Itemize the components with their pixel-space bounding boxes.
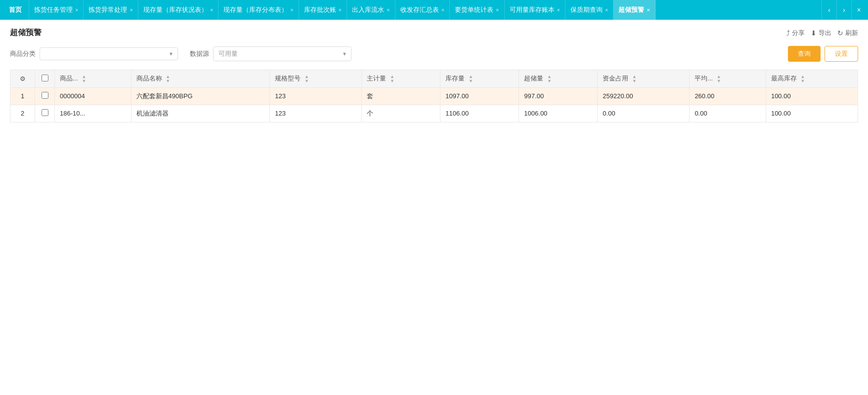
share-button[interactable]: ⤴ 分享 — [786, 29, 805, 38]
datasource-select-value: 可用量 — [218, 49, 238, 58]
table-row: 2 186-10... 机油滤清器 123 个 1106.00 1006.00 … — [10, 105, 858, 122]
page-title: 超储预警 — [10, 28, 42, 38]
nav-arrow-left[interactable]: ‹ — [822, 0, 836, 20]
table-header-row: ⚙ 商品... ▲▼ 商品名称 ▲▼ 规格型号 ▲▼ 主计 — [10, 70, 858, 88]
row-unit: 个 — [362, 105, 440, 122]
col-gear[interactable]: ⚙ — [10, 70, 35, 88]
tab-收发存汇总表[interactable]: 收发存汇总表 × — [395, 0, 450, 20]
table-row: 1 0000004 六配套新昌490BPG 123 套 1097.00 997.… — [10, 87, 858, 105]
filter-row: 商品分类 ▾ 数据源 可用量 ▾ 查询 设置 — [10, 46, 858, 62]
category-filter: 商品分类 ▾ — [10, 47, 178, 60]
row-checkbox[interactable] — [42, 109, 48, 116]
top-navigation: 首页 拣货任务管理 × 拣货异常处理 × 现存量（库存状况表） × 现存量（库存… — [0, 0, 868, 20]
sort-icon: ▲▼ — [82, 75, 86, 83]
col-header-unit[interactable]: 主计量 ▲▼ — [362, 70, 440, 88]
tab-close-icon[interactable]: × — [75, 7, 78, 13]
export-button[interactable]: ⬇ 导出 — [811, 29, 831, 38]
col-header-overflow[interactable]: 超储量 ▲▼ — [519, 70, 598, 88]
tab-拣货异常处理[interactable]: 拣货异常处理 × — [84, 0, 138, 20]
nav-arrows: ‹ › × — [822, 0, 866, 20]
filter-actions: 查询 设置 — [788, 46, 858, 62]
tab-出入库流水[interactable]: 出入库流水 × — [347, 0, 395, 20]
col-header-spec[interactable]: 规格型号 ▲▼ — [270, 70, 362, 88]
row-overflow: 997.00 — [519, 87, 598, 105]
row-capital: 259220.00 — [598, 87, 690, 105]
sort-icon: ▲▼ — [166, 75, 170, 83]
tab-close-icon[interactable]: × — [557, 7, 560, 13]
row-seq: 1 — [10, 87, 35, 105]
row-checkbox-cell[interactable] — [35, 105, 55, 122]
tab-可用量库存账本[interactable]: 可用量库存账本 × — [505, 0, 565, 20]
export-icon: ⬇ — [811, 29, 817, 37]
row-max: 100.00 — [766, 87, 858, 105]
sort-icon: ▲▼ — [469, 75, 473, 83]
row-avg: 0.00 — [690, 105, 766, 122]
tab-超储预警[interactable]: 超储预警 × — [613, 0, 655, 20]
query-button[interactable]: 查询 — [788, 46, 821, 62]
row-capital: 0.00 — [598, 105, 690, 122]
main-content: 超储预警 ⤴ 分享 ⬇ 导出 ↻ 刷新 商品分类 ▾ 数据源 — [0, 20, 868, 395]
settings-button[interactable]: 设置 — [825, 46, 858, 62]
col-header-max[interactable]: 最高库存 ▲▼ — [766, 70, 858, 88]
page-header: 超储预警 ⤴ 分享 ⬇ 导出 ↻ 刷新 — [10, 28, 858, 38]
gear-icon: ⚙ — [20, 75, 26, 82]
tab-close-icon[interactable]: × — [441, 7, 444, 13]
nav-arrow-close[interactable]: × — [851, 0, 866, 20]
row-overflow: 1006.00 — [519, 105, 598, 122]
tab-拣货任务管理[interactable]: 拣货任务管理 × — [29, 0, 84, 20]
tab-保质期查询[interactable]: 保质期查询 × — [565, 0, 613, 20]
category-label: 商品分类 — [10, 49, 36, 58]
row-spec: 123 — [270, 87, 362, 105]
refresh-icon: ↻ — [837, 29, 843, 37]
tab-close-icon[interactable]: × — [290, 7, 293, 13]
row-name: 六配套新昌490BPG — [131, 87, 270, 105]
sort-icon: ▲▼ — [547, 75, 552, 83]
col-select-all[interactable] — [35, 70, 55, 88]
refresh-button[interactable]: ↻ 刷新 — [837, 29, 858, 38]
sort-icon: ▲▼ — [304, 75, 309, 83]
col-header-code[interactable]: 商品... ▲▼ — [55, 70, 131, 88]
row-seq: 2 — [10, 105, 35, 122]
tab-close-icon[interactable]: × — [647, 7, 650, 13]
row-avg: 260.00 — [690, 87, 766, 105]
tab-现存量库存状况表[interactable]: 现存量（库存状况表） × — [138, 0, 218, 20]
nav-home[interactable]: 首页 — [2, 0, 29, 20]
datasource-label: 数据源 — [190, 49, 209, 58]
datasource-select[interactable]: 可用量 ▾ — [213, 46, 351, 61]
tab-close-icon[interactable]: × — [387, 7, 390, 13]
share-icon: ⤴ — [786, 29, 790, 37]
nav-arrow-right[interactable]: › — [836, 0, 851, 20]
row-name: 机油滤清器 — [131, 105, 270, 122]
category-dropdown-icon: ▾ — [170, 50, 173, 57]
datasource-dropdown-icon: ▾ — [343, 50, 346, 57]
row-checkbox[interactable] — [42, 92, 48, 99]
col-header-stock[interactable]: 库存量 ▲▼ — [440, 70, 519, 88]
datasource-filter: 数据源 可用量 ▾ — [190, 46, 351, 61]
tab-close-icon[interactable]: × — [339, 7, 342, 13]
tab-要货单统计表[interactable]: 要货单统计表 × — [450, 0, 504, 20]
tab-close-icon[interactable]: × — [210, 7, 213, 13]
row-max: 100.00 — [766, 105, 858, 122]
row-unit: 套 — [362, 87, 440, 105]
tab-库存批次账[interactable]: 库存批次账 × — [299, 0, 347, 20]
sort-icon: ▲▼ — [801, 75, 805, 83]
row-spec: 123 — [270, 105, 362, 122]
header-actions: ⤴ 分享 ⬇ 导出 ↻ 刷新 — [786, 29, 858, 38]
tab-close-icon[interactable]: × — [605, 7, 608, 13]
data-table: ⚙ 商品... ▲▼ 商品名称 ▲▼ 规格型号 ▲▼ 主计 — [10, 70, 858, 122]
sort-icon: ▲▼ — [632, 75, 637, 83]
row-checkbox-cell[interactable] — [35, 87, 55, 105]
category-select[interactable]: ▾ — [40, 47, 178, 60]
tab-close-icon[interactable]: × — [130, 7, 132, 13]
row-stock: 1097.00 — [440, 87, 519, 105]
row-code: 186-10... — [55, 105, 131, 122]
sort-icon: ▲▼ — [717, 75, 721, 83]
col-header-avg[interactable]: 平均... ▲▼ — [690, 70, 766, 88]
row-stock: 1106.00 — [440, 105, 519, 122]
col-header-name[interactable]: 商品名称 ▲▼ — [131, 70, 270, 88]
select-all-checkbox[interactable] — [42, 75, 48, 81]
tab-close-icon[interactable]: × — [496, 7, 499, 13]
col-header-capital[interactable]: 资金占用 ▲▼ — [598, 70, 690, 88]
tab-现存量库存分布表[interactable]: 现存量（库存分布表） × — [218, 0, 299, 20]
row-code: 0000004 — [55, 87, 131, 105]
